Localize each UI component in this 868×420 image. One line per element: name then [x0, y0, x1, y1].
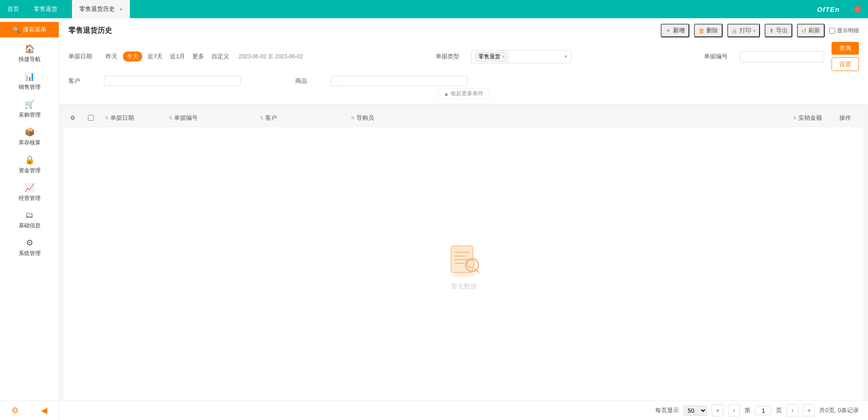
sidebar-item-base-info[interactable]: 🗂 基础信息	[0, 206, 59, 233]
sidebar-item-sales-mgmt[interactable]: 📊 销售管理	[0, 67, 59, 95]
print-icon: 🖨	[732, 27, 738, 34]
settings-btn[interactable]: 设置	[832, 57, 859, 71]
sidebar-item-finance[interactable]: 🔒 资金管理	[0, 150, 59, 178]
th-ops: 操作	[827, 110, 863, 126]
sidebar-item-quick-nav[interactable]: 🏠 快捷导航	[0, 39, 59, 67]
display-checkbox[interactable]	[829, 28, 835, 34]
display-switch: 显示明细	[829, 27, 859, 35]
th-amount[interactable]: ⇅ 实销金额	[437, 110, 827, 126]
refresh-btn-label: 刷新	[808, 26, 820, 35]
new-btn[interactable]: ＋ 新增	[661, 24, 689, 37]
window-controls	[854, 6, 861, 12]
per-page-label: 每页显示	[655, 406, 679, 415]
topbar-right: OfTEn	[817, 5, 868, 13]
print-btn[interactable]: 🖨 打印 ▾	[727, 24, 760, 37]
date-opt-custom[interactable]: 自定义	[210, 51, 231, 61]
th-customer[interactable]: ⇅ 客户	[255, 110, 346, 126]
sidebar-item-purchase-mgmt[interactable]: 🛒 采购管理	[0, 95, 59, 123]
th-number[interactable]: ⇅ 单据编号	[164, 110, 255, 126]
th-date[interactable]: ⇅ 单据日期	[100, 110, 164, 126]
page-header: 零售退货历史 ＋ 新增 🗑 删除 🖨 打印 ▾ ⬆ 导出	[59, 18, 868, 104]
goods-select[interactable]: ...	[331, 76, 467, 86]
customer-select[interactable]: ...	[104, 76, 241, 86]
collapse-row: ▲ 收起更多条件	[68, 88, 859, 99]
tab-retail-return-label: 零售退货	[34, 5, 57, 13]
type-chevron-icon: ▾	[565, 53, 567, 60]
refresh-btn[interactable]: ↺ 刷新	[797, 24, 825, 37]
sales-mgmt-icon: 📊	[25, 72, 35, 82]
page-suffix: 页	[776, 406, 782, 415]
sidebar-item-operation[interactable]: 📈 经营管理	[0, 178, 59, 206]
th-ops-label: 操作	[839, 114, 851, 122]
prev-page-btn[interactable]: ‹	[728, 405, 740, 416]
sidebar-bottom: ⚙ ◀	[0, 400, 59, 420]
sidebar-item-inventory[interactable]: 📦 库存核算	[0, 123, 59, 150]
date-opt-yesterday[interactable]: 昨天	[104, 51, 119, 61]
sort-icon: ⇅	[105, 115, 108, 120]
delete-btn-label: 删除	[706, 26, 718, 35]
collapse-btn[interactable]: ▲ 收起更多条件	[438, 88, 490, 99]
type-tag: 零售退货 ×	[475, 52, 508, 61]
tab-home[interactable]: 首页	[0, 0, 26, 18]
search-menu-btn[interactable]: 🔍 搜索菜单	[0, 22, 59, 37]
date-opt-1month[interactable]: 近1月	[168, 51, 187, 61]
select-all-checkbox[interactable]	[88, 115, 94, 121]
page-title-row: 零售退货历史 ＋ 新增 🗑 删除 🖨 打印 ▾ ⬆ 导出	[68, 24, 859, 37]
system-icon: ⚙	[26, 238, 33, 248]
tab-retail-return-history-label: 零售退货历史	[79, 5, 115, 13]
per-page-select[interactable]: 20 50 100	[683, 405, 707, 416]
pagination-bar: 每页显示 20 50 100 « ‹ 第 页 › » 共0页, 0条记录	[59, 400, 868, 420]
th-customer-label: 客户	[265, 114, 277, 122]
filter-row-2: 客户 ... 商品 ...	[68, 76, 859, 86]
date-opt-today[interactable]: 今天	[123, 51, 142, 61]
th-settings[interactable]: ⚙	[64, 111, 82, 125]
last-page-btn[interactable]: »	[803, 405, 815, 416]
goods-placeholder: ...	[335, 77, 340, 84]
sidebar-item-label: 采购管理	[19, 111, 41, 119]
sidebar-item-system[interactable]: ⚙ 系统管理	[0, 233, 59, 261]
order-no-input[interactable]	[740, 51, 824, 62]
th-guide[interactable]: ⇅ 导购员	[346, 110, 437, 126]
th-checkbox[interactable]	[82, 111, 100, 124]
type-select[interactable]: 零售退货 × ▾	[471, 50, 571, 63]
export-icon: ⬆	[769, 27, 774, 34]
last-page-icon: »	[807, 407, 811, 414]
sort-icon: ⇅	[169, 115, 172, 120]
query-btn[interactable]: 查询	[832, 42, 859, 55]
goods-label: 商品	[295, 77, 327, 85]
tab-retail-return-history-close[interactable]: ×	[119, 6, 122, 12]
tab-retail-return[interactable]: 零售退货 ×	[26, 0, 72, 18]
date-range: 2023-06-02 至 2023-06-02	[238, 53, 303, 61]
filter-area: 单据日期 昨天 今天 近7天 近1月 更多 自定义 2023-06-02 至 2…	[68, 42, 859, 104]
toolbar: ＋ 新增 🗑 删除 🖨 打印 ▾ ⬆ 导出 ↺ 刷新	[661, 24, 859, 37]
th-guide-label: 导购员	[356, 114, 374, 122]
base-info-icon: 🗂	[26, 210, 34, 220]
finance-icon: 🔒	[25, 155, 35, 165]
order-no-label: 单据编号	[704, 52, 736, 61]
next-page-btn[interactable]: ›	[786, 405, 798, 416]
type-tag-close[interactable]: ×	[502, 54, 505, 59]
delete-btn[interactable]: 🗑 删除	[694, 24, 723, 37]
date-opt-more[interactable]: 更多	[190, 51, 206, 61]
sort-icon: ⇅	[351, 115, 354, 120]
search-menu-label: 搜索菜单	[23, 26, 46, 34]
page-input[interactable]	[755, 406, 771, 415]
tab-home-label: 首页	[7, 5, 19, 13]
first-page-btn[interactable]: «	[712, 405, 724, 416]
date-opt-7days[interactable]: 近7天	[146, 51, 164, 61]
purchase-mgmt-icon: 🛒	[25, 99, 35, 109]
tab-retail-return-close[interactable]: ×	[62, 6, 65, 12]
window-close-btn[interactable]	[854, 6, 861, 12]
sort-icon: ⇅	[260, 115, 263, 120]
export-btn[interactable]: ⬆ 导出	[765, 24, 792, 37]
sidebar-toggle-btn[interactable]: ◀	[41, 405, 47, 415]
display-label: 显示明细	[837, 27, 859, 35]
empty-icon	[441, 237, 487, 282]
sidebar-settings-btn[interactable]: ⚙	[11, 405, 19, 415]
th-amount-label: 实销金额	[798, 114, 822, 122]
export-btn-label: 导出	[776, 26, 788, 35]
sidebar: 🔍 搜索菜单 🏠 快捷导航 📊 销售管理 🛒 采购管理 📦 库存核算 🔒 资金管…	[0, 18, 59, 420]
tab-retail-return-history[interactable]: 零售退货历史 ×	[72, 0, 129, 18]
page-title: 零售退货历史	[68, 26, 112, 36]
empty-state: 暂无数据	[64, 127, 863, 400]
